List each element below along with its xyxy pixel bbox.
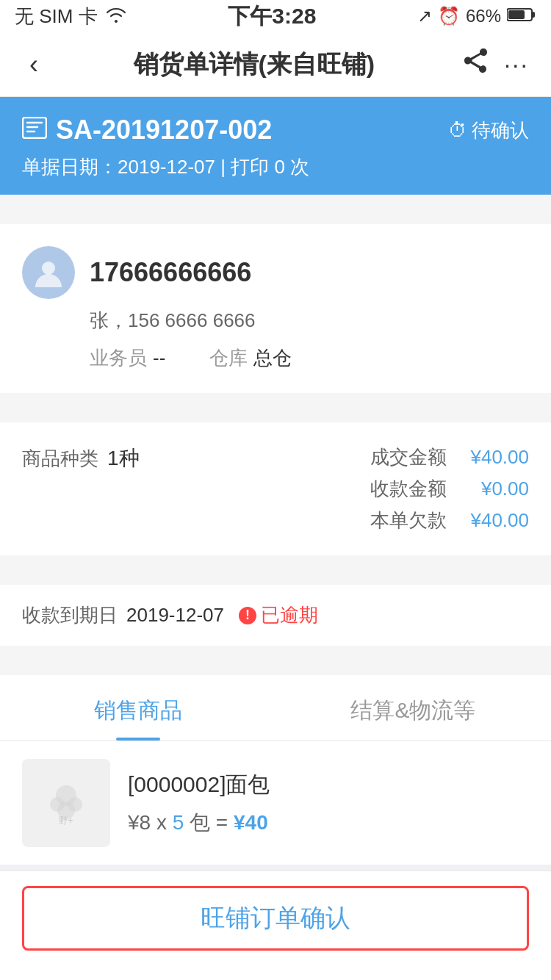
sales-label: 业务员 <box>90 345 147 371</box>
product-count-label: 商品种类 <box>22 446 98 472</box>
owed-amount-label: 本单欠款 <box>370 508 447 533</box>
overdue-badge: ! 已逾期 <box>239 602 318 628</box>
overdue-icon: ! <box>239 607 256 624</box>
svg-point-4 <box>42 262 55 275</box>
product-count-value: 1种 <box>107 444 140 472</box>
amounts-block: 商品种类 1种 成交金额 ¥40.00 收款金额 ¥0.00 本单欠款 ¥40.… <box>0 422 551 555</box>
customer-avatar <box>22 246 75 299</box>
tab-settlement[interactable]: 结算&物流等 <box>276 675 551 741</box>
due-date-label: 收款到期日 <box>22 602 118 628</box>
back-button[interactable]: ‹ <box>22 42 46 87</box>
warehouse-value: 总仓 <box>253 345 292 371</box>
tabs-block: 销售商品 结算&物流等 <box>0 675 551 741</box>
order-status: ⏱ 待确认 <box>448 118 529 143</box>
owed-amount-row: 本单欠款 ¥40.00 <box>370 508 529 533</box>
customer-main-row: 17666666666 <box>22 246 529 299</box>
owed-amount-value: ¥40.00 <box>455 509 529 532</box>
product-info: [0000002]面包 ¥8 x 5 包 = ¥40 <box>128 770 529 837</box>
location-icon: ↗ <box>417 6 432 26</box>
page-content: SA-20191207-002 ⏱ 待确认 单据日期：2019-12-07 | … <box>0 97 551 980</box>
order-id: SA-20191207-002 <box>22 115 272 145</box>
customer-meta: 业务员 -- 仓库 总仓 <box>22 345 529 371</box>
order-icon <box>22 115 47 145</box>
due-date-block: 收款到期日 2019-12-07 ! 已逾期 <box>0 585 551 646</box>
product-equals: = <box>216 811 234 834</box>
received-amount-label: 收款金额 <box>370 476 447 502</box>
share-button[interactable] <box>463 48 489 81</box>
divider-4 <box>0 646 551 660</box>
overdue-text: 已逾期 <box>261 602 318 628</box>
customer-name: 张，156 6666 6666 <box>22 308 529 334</box>
status-right: ↗ ⏰ 66% <box>417 6 536 26</box>
battery-text: 66% <box>466 6 501 26</box>
product-name: [0000002]面包 <box>128 770 529 800</box>
deal-amount-row: 成交金额 ¥40.00 <box>370 444 529 470</box>
product-unit: 包 <box>190 811 210 834</box>
status-left: 无 SIM 卡 <box>15 4 127 29</box>
order-date-row: 单据日期：2019-12-07 | 打印 0 次 <box>22 154 529 180</box>
product-list: 野+ [0000002]面包 ¥8 x 5 包 = ¥40 <box>0 741 551 865</box>
product-total: ¥40 <box>234 811 268 834</box>
customer-block: 17666666666 张，156 6666 6666 业务员 -- 仓库 总仓 <box>0 224 551 393</box>
more-button[interactable]: ··· <box>504 50 529 79</box>
svg-rect-2 <box>508 10 525 19</box>
svg-text:野+: 野+ <box>59 815 73 826</box>
page-title: 销货单详情(来自旺铺) <box>134 48 375 82</box>
status-time: 下午3:28 <box>228 1 316 32</box>
sales-person: 业务员 -- <box>90 345 165 371</box>
tab-sales-products[interactable]: 销售商品 <box>0 675 276 741</box>
battery-icon <box>507 6 536 26</box>
alarm-icon: ⏰ <box>438 6 460 26</box>
warehouse: 仓库 总仓 <box>209 345 292 371</box>
wifi-icon <box>105 5 127 28</box>
nav-actions: ··· <box>463 48 529 81</box>
product-multiply: x <box>156 811 173 834</box>
carrier-text: 无 SIM 卡 <box>15 4 98 29</box>
product-image: 野+ <box>22 759 110 847</box>
deal-amount-label: 成交金额 <box>370 444 447 470</box>
divider-3 <box>0 555 551 570</box>
warehouse-label: 仓库 <box>209 345 248 371</box>
amounts-section: 成交金额 ¥40.00 收款金额 ¥0.00 本单欠款 ¥40.00 <box>370 444 529 533</box>
order-id-row: SA-20191207-002 ⏱ 待确认 <box>22 115 529 145</box>
due-date-value: 2019-12-07 <box>126 604 224 627</box>
customer-phone: 17666666666 <box>90 257 251 288</box>
product-price: ¥8 <box>128 811 151 834</box>
sales-value: -- <box>153 347 165 370</box>
order-header: SA-20191207-002 ⏱ 待确认 单据日期：2019-12-07 | … <box>0 97 551 195</box>
confirm-order-button[interactable]: 旺铺订单确认 <box>22 886 529 951</box>
product-item: 野+ [0000002]面包 ¥8 x 5 包 = ¥40 <box>22 759 529 847</box>
status-bar: 无 SIM 卡 下午3:28 ↗ ⏰ 66% <box>0 0 551 32</box>
product-qty: 5 <box>173 811 184 834</box>
received-amount-value: ¥0.00 <box>455 478 529 500</box>
divider-1 <box>0 195 551 209</box>
nav-bar: ‹ 销货单详情(来自旺铺) ··· <box>0 32 551 97</box>
deal-amount-value: ¥40.00 <box>455 446 529 469</box>
product-count-section: 商品种类 1种 <box>22 444 370 472</box>
svg-rect-1 <box>532 12 535 18</box>
status-clock-icon: ⏱ <box>448 119 467 142</box>
divider-2 <box>0 393 551 408</box>
product-price-row: ¥8 x 5 包 = ¥40 <box>128 809 529 837</box>
received-amount-row: 收款金额 ¥0.00 <box>370 476 529 502</box>
bottom-bar: 旺铺订单确认 <box>0 871 551 980</box>
